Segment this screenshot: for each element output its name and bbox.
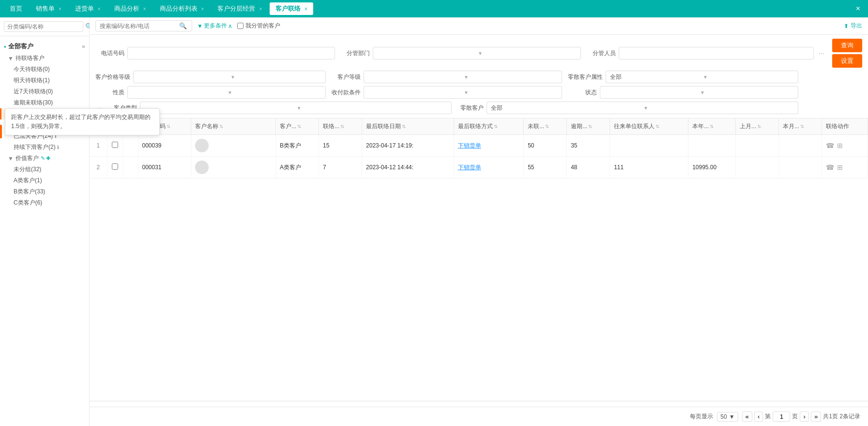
sidebar-search-input[interactable]: [4, 21, 83, 32]
query-btn[interactable]: 查询: [832, 39, 862, 52]
nav-product-analysis[interactable]: 商品分析 ×: [108, 2, 152, 15]
nav-sales[interactable]: 销售单 ×: [30, 2, 67, 15]
per-page-value: 50: [720, 413, 727, 420]
search-icon[interactable]: 🔍: [179, 22, 187, 29]
phone-action-icon-1[interactable]: ☎: [826, 142, 834, 149]
export-btn[interactable]: ⬆ 导出: [844, 22, 862, 30]
scatter-attr-select[interactable]: 全部 ▼: [606, 71, 798, 83]
filter-row-3: 性质 ▼ 收付款条件 ▼ 状态: [95, 86, 862, 99]
scatter-customer-select[interactable]: 全部 ▼: [487, 102, 798, 114]
sidebar-item-today[interactable]: 今天待联络(0): [0, 64, 89, 75]
page-input[interactable]: [773, 411, 790, 422]
th-last-contact-date: 最后联络日期 ⇅: [362, 118, 454, 135]
page-prev-btn[interactable]: ‹: [754, 411, 763, 422]
sort-notcontact-icon: ⇅: [545, 124, 549, 129]
row-year-2: 10995.00: [688, 157, 736, 178]
sidebar-item-c-class[interactable]: C类客户(6): [0, 197, 89, 208]
nav-customer-tier[interactable]: 客户分层经营 ×: [212, 2, 268, 15]
method-link-1[interactable]: 下销货单: [458, 142, 481, 149]
action-icons-1: ☎ ⊞: [826, 142, 864, 149]
tooltip-text: 距客户上次交易时长，超过了此客户的平均交易周期的1.5倍，则视为异常。: [11, 114, 151, 130]
sort-overdue[interactable]: 逾期... ⇅: [571, 122, 606, 131]
page-nav: « ‹ 第 页 › » 共1页 2条记录: [742, 411, 860, 422]
price-level-select[interactable]: ▼: [133, 71, 326, 83]
customer-type-select[interactable]: ▼: [140, 102, 452, 114]
sidebar-section-pending[interactable]: ▼ 待联络客户: [0, 53, 89, 64]
more-action-icon-1[interactable]: ⊞: [837, 142, 843, 149]
close-customer-contact-icon[interactable]: ×: [305, 6, 307, 12]
avatar-2: [195, 161, 209, 174]
nav-customer-contact[interactable]: 客户联络 ×: [270, 2, 313, 15]
payment-select[interactable]: ▼: [364, 86, 562, 99]
nav-product-list[interactable]: 商品分析列表 ×: [154, 2, 210, 15]
settings-btn[interactable]: 设置: [832, 54, 862, 68]
phone-input[interactable]: [127, 47, 335, 59]
customer-level-arrow-icon: ▼: [464, 74, 558, 80]
page-size-select[interactable]: 50 ▼: [717, 412, 738, 422]
sidebar-item-b-class[interactable]: B类客户(33): [0, 186, 89, 197]
edit-value-icon[interactable]: ✎: [41, 155, 45, 162]
sort-last-month[interactable]: 上月... ⇅: [740, 122, 775, 131]
close-product-analysis-icon[interactable]: ×: [143, 6, 146, 12]
sidebar-item-declining[interactable]: 持续下滑客户(2) ℹ: [0, 142, 89, 153]
row-select-checkbox-1[interactable]: [112, 142, 118, 148]
row-thismonth-2: [779, 157, 822, 178]
person-select[interactable]: [619, 47, 814, 59]
sidebar-search-area: 🔍: [0, 17, 89, 36]
customer-level-select[interactable]: ▼: [364, 71, 562, 83]
add-value-icon[interactable]: ✚: [46, 155, 50, 162]
sort-last-contact-date[interactable]: 最后联络日期 ⇅: [366, 122, 450, 131]
sidebar-item-overdue[interactable]: 逾期未联络(30): [0, 97, 89, 108]
sidebar-root[interactable]: ▪ 全部客户 «: [0, 40, 89, 53]
sidebar-section-value[interactable]: ▼ 价值客户 ✎ ✚: [0, 153, 89, 164]
sort-thismonth-icon: ⇅: [800, 124, 804, 129]
person-dots-icon[interactable]: ···: [817, 49, 826, 57]
close-product-list-icon[interactable]: ×: [201, 6, 204, 12]
close-customer-tier-icon[interactable]: ×: [259, 6, 262, 12]
action-buttons: 查询 设置: [832, 39, 862, 68]
sidebar-item-a-class[interactable]: A类客户(1): [0, 175, 89, 186]
search-input[interactable]: [100, 23, 177, 29]
sort-contact-person[interactable]: 往来单位联系人 ⇅: [614, 122, 684, 131]
close-sales-icon[interactable]: ×: [59, 6, 61, 12]
sort-customer-type[interactable]: 客户... ⇅: [280, 122, 315, 131]
page-last-btn[interactable]: »: [811, 411, 821, 422]
row-last-method-1[interactable]: 下销货单: [454, 135, 523, 157]
sort-contact[interactable]: 联络... ⇅: [323, 122, 358, 131]
row-action-1: ☎ ⊞: [822, 135, 868, 157]
horizontal-scrollbar[interactable]: [90, 401, 868, 407]
nav-purchase[interactable]: 进货单 ×: [69, 2, 107, 15]
row-checkbox-2[interactable]: [107, 157, 122, 178]
row-code-2: 000031: [138, 157, 191, 178]
row-last-method-2[interactable]: 下销货单: [454, 157, 523, 178]
status-select[interactable]: ▼: [600, 86, 798, 99]
row-select-checkbox-2[interactable]: [112, 163, 118, 170]
sort-contact-icon: ⇅: [340, 124, 344, 129]
page-first-btn[interactable]: «: [742, 411, 752, 422]
phone-action-icon-2[interactable]: ☎: [826, 163, 834, 171]
row-action-2: ☎ ⊞: [822, 157, 868, 178]
page-next-btn[interactable]: ›: [800, 411, 808, 422]
row-last-date-1: 2023-04-17 14:19:: [362, 135, 454, 157]
sidebar-item-ungrouped[interactable]: 未分组(32): [0, 164, 89, 175]
row-name-1: [191, 135, 275, 157]
sort-customer-name[interactable]: 客户名称 ⇅: [195, 122, 272, 131]
nature-select[interactable]: ▼: [127, 86, 326, 99]
more-action-icon-2[interactable]: ⊞: [837, 163, 843, 171]
sort-this-month[interactable]: 本月... ⇅: [783, 122, 818, 131]
sidebar-item-7days[interactable]: 近7天待联络(0): [0, 86, 89, 97]
dept-select[interactable]: ▼: [373, 47, 580, 59]
method-link-2[interactable]: 下销货单: [458, 164, 481, 171]
sidebar-item-tomorrow[interactable]: 明天待联络(1): [0, 75, 89, 86]
sidebar-collapse-icon[interactable]: «: [82, 43, 85, 50]
global-close-icon[interactable]: ×: [852, 4, 864, 13]
sort-this-year[interactable]: 本年... ⇅: [692, 122, 731, 131]
close-purchase-icon[interactable]: ×: [98, 6, 101, 12]
nav-home[interactable]: 首页: [4, 2, 28, 15]
more-conditions-btn[interactable]: ▼ 更多条件 ∧: [197, 22, 232, 30]
my-customers-checkbox[interactable]: [237, 23, 244, 29]
sort-not-contacted[interactable]: 未联... ⇅: [528, 122, 563, 131]
sort-last-contact-method[interactable]: 最后联络方式 ⇅: [458, 122, 519, 131]
top-nav: 首页 销售单 × 进货单 × 商品分析 × 商品分析列表 × 客户分层经营 × …: [0, 0, 868, 17]
row-checkbox-1[interactable]: [107, 135, 122, 157]
